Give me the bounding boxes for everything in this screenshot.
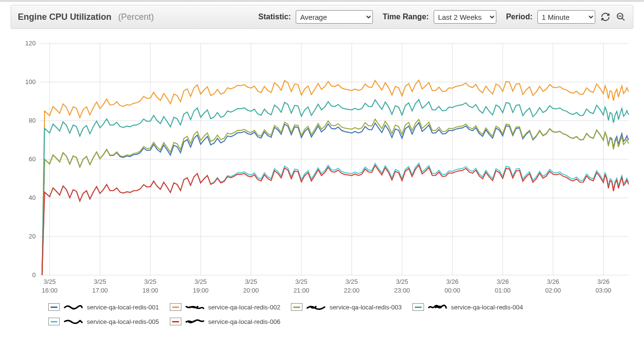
svg-text:22:00: 22:00 bbox=[344, 287, 360, 294]
statistic-label: Statistic: bbox=[259, 13, 291, 21]
redaction-scribble bbox=[306, 304, 326, 310]
svg-text:3/26: 3/26 bbox=[547, 278, 559, 285]
svg-text:16:00: 16:00 bbox=[42, 287, 58, 294]
legend-item[interactable]: service-qa-local-redis-003 bbox=[291, 303, 402, 311]
statistic-select[interactable]: Average bbox=[296, 10, 373, 24]
svg-text:3/25: 3/25 bbox=[396, 278, 408, 285]
legend-item[interactable]: service-qa-local-redis-005 bbox=[48, 318, 159, 325]
redaction-scribble bbox=[185, 304, 205, 310]
legend-label: service-qa-local-redis-001 bbox=[87, 304, 159, 311]
time-range-label: Time Range: bbox=[383, 13, 429, 21]
svg-text:23:00: 23:00 bbox=[394, 287, 410, 294]
svg-text:02:00: 02:00 bbox=[545, 287, 561, 294]
svg-text:0: 0 bbox=[32, 271, 36, 279]
svg-text:3/25: 3/25 bbox=[194, 278, 206, 285]
svg-text:100: 100 bbox=[25, 78, 36, 85]
legend-swatch bbox=[412, 303, 424, 311]
svg-text:19:00: 19:00 bbox=[193, 287, 209, 294]
legend-swatch bbox=[48, 303, 60, 311]
redaction-scribble bbox=[428, 304, 447, 310]
svg-text:03:00: 03:00 bbox=[596, 287, 612, 294]
time-range-select[interactable]: Last 2 Weeks bbox=[434, 10, 496, 24]
period-select[interactable]: 1 Minute bbox=[537, 10, 595, 24]
legend: service-qa-local-redis-001service-qa-loc… bbox=[48, 303, 633, 325]
legend-item[interactable]: service-qa-local-redis-004 bbox=[412, 303, 523, 311]
period-label: Period: bbox=[506, 13, 533, 21]
svg-text:3/26: 3/26 bbox=[446, 278, 458, 285]
svg-text:3/26: 3/26 bbox=[496, 278, 508, 285]
legend-label: service-qa-local-redis-002 bbox=[208, 304, 281, 311]
redaction-scribble bbox=[185, 318, 205, 325]
svg-text:21:00: 21:00 bbox=[293, 287, 309, 294]
svg-text:3/25: 3/25 bbox=[144, 278, 156, 285]
refresh-icon[interactable] bbox=[600, 12, 611, 22]
svg-text:3/25: 3/25 bbox=[245, 278, 257, 285]
legend-label: service-qa-local-redis-006 bbox=[208, 318, 281, 325]
svg-text:3/25: 3/25 bbox=[345, 278, 357, 285]
svg-line-1 bbox=[622, 18, 625, 21]
legend-label: service-qa-local-redis-003 bbox=[329, 304, 402, 311]
svg-text:17:00: 17:00 bbox=[92, 287, 108, 294]
svg-text:40: 40 bbox=[29, 194, 36, 201]
svg-text:120: 120 bbox=[25, 40, 36, 47]
svg-text:3/26: 3/26 bbox=[597, 278, 609, 285]
svg-text:3/25: 3/25 bbox=[43, 278, 55, 285]
svg-text:00:00: 00:00 bbox=[444, 287, 460, 294]
legend-item[interactable]: service-qa-local-redis-006 bbox=[170, 318, 281, 325]
legend-item[interactable]: service-qa-local-redis-001 bbox=[48, 303, 159, 311]
zoom-out-icon[interactable] bbox=[616, 12, 626, 22]
redaction-scribble bbox=[64, 318, 83, 325]
svg-text:60: 60 bbox=[29, 155, 36, 163]
legend-swatch bbox=[170, 318, 181, 325]
svg-text:3/25: 3/25 bbox=[295, 278, 307, 285]
chart-unit: (Percent) bbox=[118, 12, 154, 22]
svg-text:20: 20 bbox=[29, 233, 36, 240]
svg-text:20:00: 20:00 bbox=[243, 287, 259, 294]
legend-label: service-qa-local-redis-005 bbox=[87, 318, 159, 325]
redaction-scribble bbox=[64, 304, 83, 310]
svg-text:18:00: 18:00 bbox=[142, 287, 158, 294]
legend-item[interactable]: service-qa-local-redis-002 bbox=[170, 303, 281, 311]
legend-swatch bbox=[291, 303, 302, 311]
chart-area[interactable]: 0204060801001203/2516:003/2517:003/2518:… bbox=[11, 34, 633, 299]
legend-swatch bbox=[170, 303, 181, 311]
chart-title: Engine CPU Utilization bbox=[18, 12, 111, 22]
chart-header: Engine CPU Utilization (Percent) Statist… bbox=[11, 5, 633, 29]
legend-swatch bbox=[48, 318, 60, 325]
svg-text:80: 80 bbox=[29, 117, 36, 124]
svg-text:3/25: 3/25 bbox=[94, 278, 106, 285]
svg-text:01:00: 01:00 bbox=[495, 287, 511, 294]
legend-label: service-qa-local-redis-004 bbox=[451, 304, 523, 311]
line-chart[interactable]: 0204060801001203/2516:003/2517:003/2518:… bbox=[11, 34, 633, 299]
